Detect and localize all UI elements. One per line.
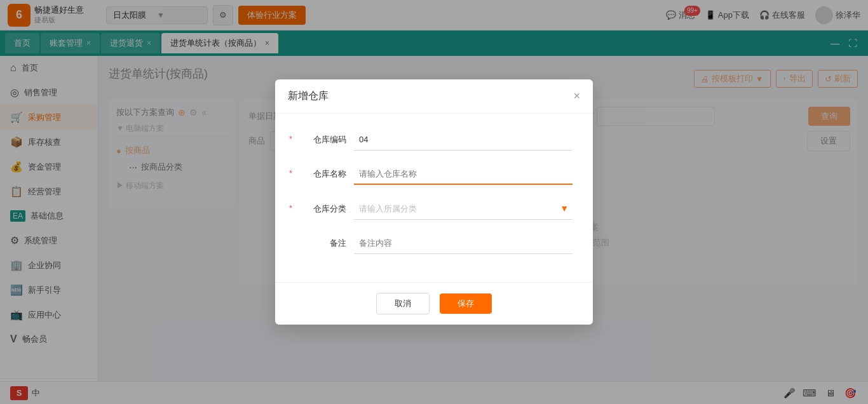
form-label-code: 仓库编码	[295, 134, 346, 145]
add-warehouse-dialog: 新增仓库 × 仓库编码 仓库名称 仓库分类 请输入所属分类 ▼	[275, 79, 593, 325]
form-label-name: 仓库名称	[295, 168, 346, 180]
modal-overlay: 新增仓库 × 仓库编码 仓库名称 仓库分类 请输入所属分类 ▼	[0, 0, 868, 404]
warehouse-category-select[interactable]: 请输入所属分类	[354, 198, 573, 219]
dialog-footer: 取消 保存	[275, 282, 593, 325]
form-row-name: 仓库名称	[295, 163, 573, 185]
dialog-body: 仓库编码 仓库名称 仓库分类 请输入所属分类 ▼ 备注	[275, 114, 593, 282]
dialog-header: 新增仓库 ×	[275, 79, 593, 114]
dialog-title: 新增仓库	[288, 90, 329, 103]
form-row-code: 仓库编码	[295, 129, 573, 151]
warehouse-category-wrap: 请输入所属分类 ▼	[354, 198, 573, 220]
form-row-remark: 备注	[295, 232, 573, 254]
cancel-button[interactable]: 取消	[376, 293, 430, 314]
dialog-close-button[interactable]: ×	[573, 90, 580, 103]
form-label-category: 仓库分类	[295, 203, 346, 215]
save-button[interactable]: 保存	[440, 293, 492, 314]
warehouse-code-input[interactable]	[354, 129, 573, 151]
warehouse-remark-input[interactable]	[354, 232, 573, 254]
form-label-remark: 备注	[295, 238, 346, 249]
form-row-category: 仓库分类 请输入所属分类 ▼	[295, 198, 573, 220]
warehouse-name-input[interactable]	[354, 163, 573, 185]
